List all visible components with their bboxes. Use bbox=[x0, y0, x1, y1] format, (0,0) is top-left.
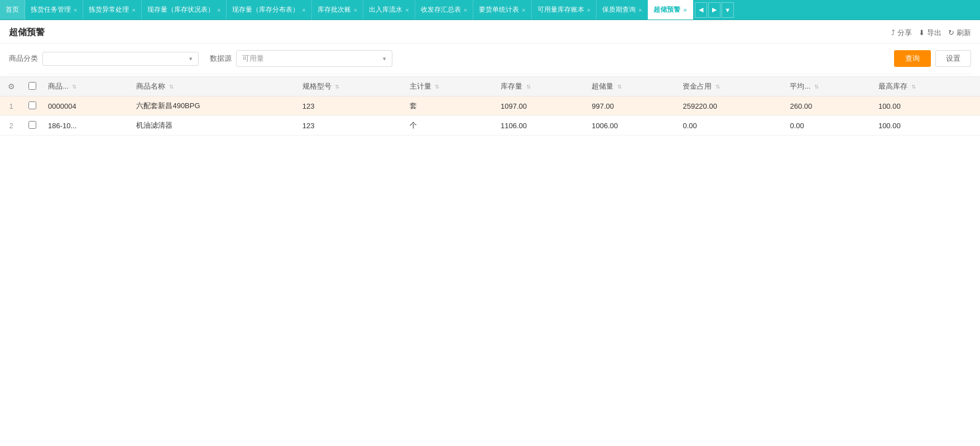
datasource-filter-group: 数据源 可用量 ▾ bbox=[210, 50, 392, 67]
th-unit[interactable]: 主计量 ⇅ bbox=[404, 77, 495, 96]
category-filter-group: 商品分类 ▾ bbox=[9, 52, 199, 66]
sort-icon: ⇅ bbox=[335, 84, 339, 90]
row-product-code: 186-10... bbox=[42, 116, 131, 135]
row-spec: 123 bbox=[297, 116, 404, 135]
close-icon[interactable]: × bbox=[302, 7, 305, 13]
sort-icon: ⇅ bbox=[435, 84, 439, 90]
close-icon[interactable]: × bbox=[638, 7, 642, 13]
row-capital: 259220.00 bbox=[677, 96, 784, 116]
row-unit: 套 bbox=[404, 96, 495, 116]
nav-item-task-mgmt[interactable]: 拣货任务管理 × bbox=[25, 0, 83, 20]
close-icon[interactable]: × bbox=[522, 7, 525, 13]
th-overstock[interactable]: 超储量 ⇅ bbox=[586, 77, 677, 96]
nav-item-quality-check[interactable]: 保质期查询 × bbox=[597, 0, 648, 20]
th-gear[interactable]: ⚙ bbox=[0, 77, 22, 96]
th-capital[interactable]: 资金占用 ⇅ bbox=[677, 77, 784, 96]
data-table: ⚙ 商品... ⇅ 商品名称 ⇅ 规格型号 ⇅ bbox=[0, 76, 980, 135]
nav-item-inventory-batch[interactable]: 库存批次账 × bbox=[312, 0, 363, 20]
th-max-stock[interactable]: 最高库存 ⇅ bbox=[873, 77, 980, 96]
row-stock: 1097.00 bbox=[495, 96, 586, 116]
share-button[interactable]: ⤴ 分享 bbox=[891, 28, 912, 38]
row-product-name: 机油滤清器 bbox=[131, 116, 296, 135]
category-label: 商品分类 bbox=[9, 54, 38, 64]
sort-icon: ⇅ bbox=[72, 84, 76, 90]
filter-divider bbox=[9, 74, 971, 74]
datasource-label: 数据源 bbox=[210, 54, 232, 64]
th-product-code[interactable]: 商品... ⇅ bbox=[42, 77, 131, 96]
close-icon[interactable]: × bbox=[464, 7, 467, 13]
nav-next-arrow[interactable]: ▶ bbox=[708, 2, 720, 18]
sort-icon: ⇅ bbox=[814, 84, 819, 90]
nav-item-order-stats[interactable]: 要货单统计表 × bbox=[473, 0, 531, 20]
nav-prev-arrow[interactable]: ◀ bbox=[695, 2, 707, 18]
row-avg: 260.00 bbox=[784, 96, 872, 116]
page-title: 超储预警 bbox=[9, 27, 45, 38]
th-spec[interactable]: 规格型号 ⇅ bbox=[297, 77, 404, 96]
row-num: 2 bbox=[0, 116, 22, 135]
refresh-icon: ↻ bbox=[948, 28, 954, 37]
row-capital: 0.00 bbox=[677, 116, 784, 135]
page-content: 超储预警 ⤴ 分享 ⬇ 导出 ↻ 刷新 商品分类 ▾ 数据源 bbox=[0, 20, 980, 446]
th-avg[interactable]: 平均... ⇅ bbox=[784, 77, 872, 96]
export-button[interactable]: ⬇ 导出 bbox=[919, 28, 941, 38]
close-icon[interactable]: × bbox=[405, 7, 409, 13]
row-avg: 0.00 bbox=[784, 116, 872, 135]
row-stock: 1106.00 bbox=[495, 116, 586, 135]
row-check[interactable] bbox=[22, 96, 42, 116]
sort-icon: ⇅ bbox=[526, 84, 531, 90]
nav-item-exception-handle[interactable]: 拣货异常处理 × bbox=[83, 0, 141, 20]
table-container: ⚙ 商品... ⇅ 商品名称 ⇅ 规格型号 ⇅ bbox=[0, 76, 980, 144]
row-checkbox[interactable] bbox=[28, 121, 36, 129]
row-spec: 123 bbox=[297, 96, 404, 116]
table-body: 1 0000004 六配套新昌490BPG 123 套 1097.00 997.… bbox=[0, 96, 980, 135]
row-overstock: 1006.00 bbox=[586, 116, 677, 135]
header-actions: ⤴ 分享 ⬇ 导出 ↻ 刷新 bbox=[891, 28, 971, 38]
select-all-checkbox[interactable] bbox=[28, 82, 36, 90]
row-product-code: 0000004 bbox=[42, 96, 131, 116]
row-num: 1 bbox=[0, 96, 22, 116]
close-icon[interactable]: × bbox=[354, 7, 357, 13]
row-unit: 个 bbox=[404, 116, 495, 135]
row-checkbox[interactable] bbox=[28, 101, 36, 109]
row-product-name: 六配套新昌490BPG bbox=[131, 96, 296, 116]
page-header: 超储预警 ⤴ 分享 ⬇ 导出 ↻ 刷新 bbox=[0, 20, 980, 43]
settings-button[interactable]: 设置 bbox=[935, 50, 971, 67]
sort-icon: ⇅ bbox=[169, 84, 174, 90]
datasource-select[interactable]: 可用量 ▾ bbox=[236, 50, 392, 67]
close-icon[interactable]: × bbox=[217, 7, 220, 13]
nav-item-receive-send[interactable]: 收发存汇总表 × bbox=[415, 0, 473, 20]
nav-item-overstock-alert[interactable]: 超储预警 × bbox=[648, 0, 693, 20]
export-icon: ⬇ bbox=[919, 28, 925, 37]
top-nav: 首页 拣货任务管理 × 拣货异常处理 × 现存量（库存状况表） × 现存量（库存… bbox=[0, 0, 980, 20]
row-max-stock: 100.00 bbox=[873, 116, 980, 135]
refresh-button[interactable]: ↻ 刷新 bbox=[948, 28, 971, 38]
nav-item-inventory-status[interactable]: 现存量（库存状况表） × bbox=[142, 0, 227, 20]
th-check bbox=[22, 77, 42, 96]
nav-item-inventory-dist[interactable]: 现存量（库存分布表） × bbox=[227, 0, 311, 20]
nav-item-inout-flow[interactable]: 出入库流水 × bbox=[363, 0, 415, 20]
query-button[interactable]: 查询 bbox=[894, 50, 931, 67]
th-stock[interactable]: 库存量 ⇅ bbox=[495, 77, 586, 96]
row-overstock: 997.00 bbox=[586, 96, 677, 116]
category-select[interactable]: ▾ bbox=[42, 52, 199, 66]
filter-actions: 查询 设置 bbox=[894, 50, 971, 67]
sort-icon: ⇅ bbox=[617, 84, 622, 90]
nav-more-arrow[interactable]: ▼ bbox=[722, 2, 734, 18]
nav-item-home[interactable]: 首页 bbox=[0, 0, 25, 20]
close-icon[interactable]: × bbox=[132, 7, 135, 13]
row-check[interactable] bbox=[22, 116, 42, 135]
chevron-down-icon: ▾ bbox=[189, 55, 193, 62]
sort-icon: ⇅ bbox=[715, 84, 720, 90]
gear-icon[interactable]: ⚙ bbox=[8, 82, 15, 91]
close-icon[interactable]: × bbox=[587, 7, 590, 13]
share-icon: ⤴ bbox=[891, 28, 895, 37]
datasource-value: 可用量 bbox=[242, 54, 264, 64]
nav-arrows: ◀ ▶ ▼ bbox=[693, 2, 736, 18]
table-row: 1 0000004 六配套新昌490BPG 123 套 1097.00 997.… bbox=[0, 96, 980, 116]
close-icon[interactable]: × bbox=[683, 7, 686, 13]
th-product-name[interactable]: 商品名称 ⇅ bbox=[131, 77, 296, 96]
nav-item-available-ledger[interactable]: 可用量库存账本 × bbox=[532, 0, 597, 20]
sort-icon: ⇅ bbox=[911, 84, 916, 90]
close-icon[interactable]: × bbox=[74, 7, 77, 13]
table-row: 2 186-10... 机油滤清器 123 个 1106.00 1006.00 … bbox=[0, 116, 980, 135]
